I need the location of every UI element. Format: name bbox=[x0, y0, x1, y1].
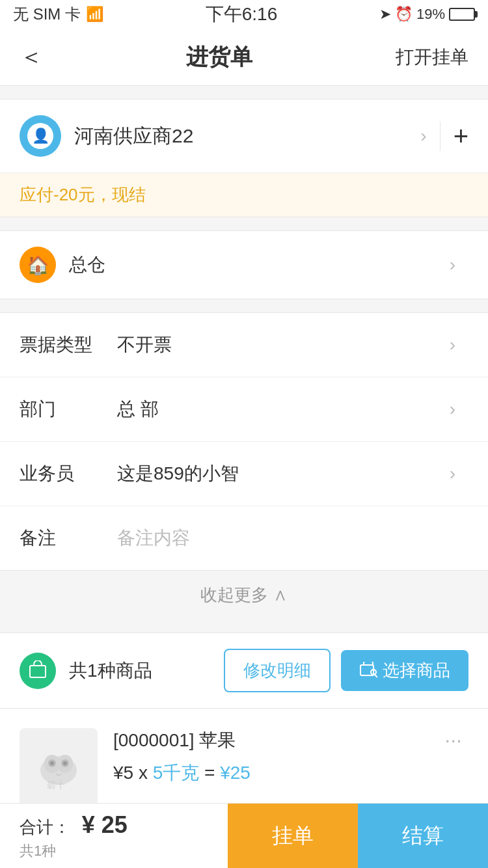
warehouse-icon: 🏠 bbox=[20, 247, 56, 283]
carrier-label: 无 SIM 卡 bbox=[13, 4, 81, 25]
bottom-bar: 合计： ¥ 25 共1种 挂单 结算 bbox=[0, 803, 488, 868]
product-count-text: 共1种商品 bbox=[69, 658, 224, 683]
avatar-inner: 👤 bbox=[27, 123, 53, 149]
product-price: ¥5 x 5千克 = ¥25 bbox=[113, 761, 438, 785]
invoice-type-key: 票据类型 bbox=[20, 332, 98, 357]
warehouse-label: 总仓 bbox=[69, 252, 450, 277]
department-value: 总 部 bbox=[98, 397, 450, 422]
divider-3 bbox=[0, 299, 488, 312]
wifi-icon: 📶 bbox=[86, 6, 103, 23]
invoice-type-chevron-icon: › bbox=[450, 334, 455, 355]
form-section: 票据类型 不开票 › 部门 总 部 › 业务员 这是859的小智 › 备注 备注… bbox=[0, 312, 488, 571]
divider-2 bbox=[0, 217, 488, 230]
collapse-toggle[interactable]: 收起更多 ∧ bbox=[0, 571, 488, 619]
svg-text:碧十: 碧十 bbox=[47, 780, 65, 790]
nav-bar: ＜ 进货单 打开挂单 bbox=[0, 29, 488, 86]
select-product-button[interactable]: 选择商品 bbox=[341, 650, 468, 691]
product-multiply: x bbox=[139, 763, 153, 783]
salesperson-row[interactable]: 业务员 这是859的小智 › bbox=[0, 442, 488, 506]
salesperson-chevron-icon: › bbox=[450, 463, 455, 484]
location-icon: ➤ bbox=[379, 6, 391, 23]
supplier-main: 👤 河南供应商22 bbox=[20, 115, 420, 157]
product-equals: = bbox=[204, 763, 220, 783]
open-pending-button[interactable]: 打开挂单 bbox=[396, 45, 468, 70]
product-total: ¥25 bbox=[220, 763, 251, 783]
supplier-name: 河南供应商22 bbox=[74, 123, 193, 150]
battery-percent: 19% bbox=[416, 6, 445, 23]
warehouse-chevron-icon: › bbox=[450, 254, 455, 275]
page-title: 进货单 bbox=[186, 42, 252, 72]
product-unit-price: ¥5 bbox=[113, 763, 133, 783]
supplier-row[interactable]: 👤 河南供应商22 › + bbox=[0, 100, 488, 173]
divider-1 bbox=[0, 86, 488, 99]
supplier-section: 👤 河南供应商22 › + 应付-20元，现结 bbox=[0, 99, 488, 217]
total-section: 合计： ¥ 25 共1种 bbox=[0, 811, 228, 861]
product-thumb: 碧十 bbox=[20, 728, 98, 806]
product-more-button[interactable]: ··· bbox=[438, 728, 468, 752]
collapse-label: 收起更多 ∧ bbox=[200, 585, 287, 604]
salesperson-value: 这是859的小智 bbox=[98, 461, 450, 486]
total-count: 共1种 bbox=[20, 841, 208, 861]
product-name: [0000001] 苹果 bbox=[113, 728, 438, 753]
alarm-icon: ⏰ bbox=[395, 6, 413, 23]
status-left: 无 SIM 卡 📶 bbox=[13, 4, 103, 25]
status-right: ➤ ⏰ 19% bbox=[379, 6, 475, 23]
product-count-icon bbox=[20, 653, 56, 689]
hang-button[interactable]: 挂单 bbox=[228, 804, 358, 869]
checkout-button[interactable]: 结算 bbox=[358, 804, 488, 869]
remark-row[interactable]: 备注 备注内容 bbox=[0, 506, 488, 570]
product-code: [0000001] bbox=[113, 730, 195, 750]
avatar: 👤 bbox=[20, 115, 61, 157]
invoice-type-row[interactable]: 票据类型 不开票 › bbox=[0, 313, 488, 377]
product-quantity: 5千克 bbox=[153, 763, 200, 783]
battery-icon bbox=[449, 8, 475, 21]
notice-text: 应付-20元，现结 bbox=[20, 185, 146, 204]
status-bar: 无 SIM 卡 📶 下午6:16 ➤ ⏰ 19% bbox=[0, 0, 488, 29]
svg-rect-0 bbox=[30, 666, 46, 677]
time-label: 下午6:16 bbox=[206, 2, 278, 27]
back-button[interactable]: ＜ bbox=[20, 41, 43, 73]
invoice-type-value: 不开票 bbox=[98, 332, 450, 357]
remark-placeholder: 备注内容 bbox=[98, 526, 468, 550]
divider-4 bbox=[0, 619, 488, 632]
warehouse-section: 🏠 总仓 › bbox=[0, 230, 488, 299]
supplier-add-button[interactable]: + bbox=[440, 122, 468, 151]
department-key: 部门 bbox=[20, 397, 98, 422]
warehouse-row[interactable]: 🏠 总仓 › bbox=[0, 231, 488, 299]
svg-point-9 bbox=[50, 761, 54, 765]
product-title: 苹果 bbox=[199, 730, 236, 750]
product-info: [0000001] 苹果 ¥5 x 5千克 = ¥25 bbox=[113, 728, 438, 785]
notice-bar: 应付-20元，现结 bbox=[0, 173, 488, 217]
department-row[interactable]: 部门 总 部 › bbox=[0, 377, 488, 442]
product-header: 共1种商品 修改明细 选择商品 bbox=[0, 632, 488, 709]
total-amount: ¥ 25 bbox=[82, 811, 128, 838]
remark-key: 备注 bbox=[20, 526, 98, 550]
department-chevron-icon: › bbox=[450, 399, 455, 420]
edit-detail-button[interactable]: 修改明细 bbox=[224, 649, 331, 692]
select-product-label: 选择商品 bbox=[383, 659, 450, 682]
svg-point-10 bbox=[63, 761, 67, 765]
total-label: 合计： bbox=[20, 817, 70, 837]
supplier-chevron-icon: › bbox=[420, 126, 426, 146]
salesperson-key: 业务员 bbox=[20, 461, 98, 486]
